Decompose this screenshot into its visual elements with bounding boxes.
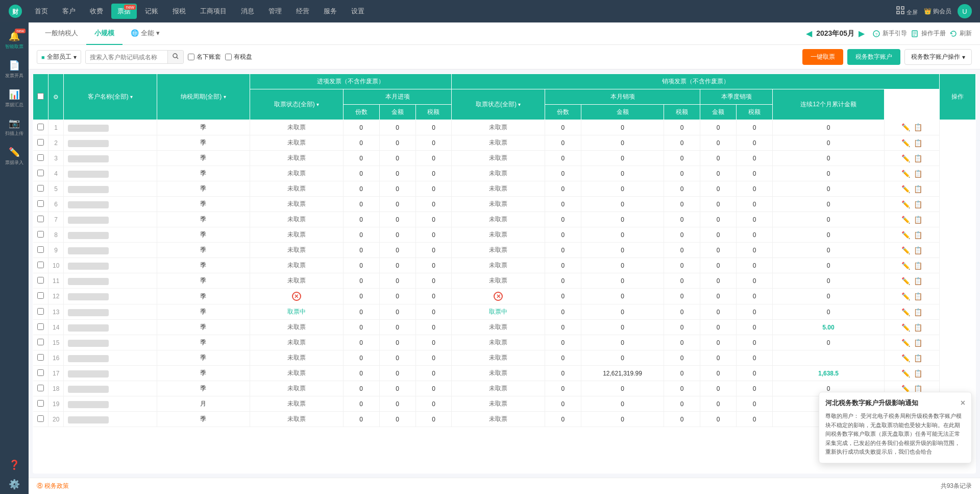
nav-operation[interactable]: 经营: [290, 4, 315, 19]
row-fetch-status-in[interactable]: 未取票: [250, 181, 343, 197]
row-fetch-status-out[interactable]: 未取票: [452, 151, 545, 166]
edit-icon[interactable]: ✏️: [901, 277, 910, 285]
has-tax-checkbox[interactable]: [225, 54, 232, 60]
row-customer-name[interactable]: blurred17: [64, 366, 157, 381]
row-fetch-status-out[interactable]: 未取票: [452, 120, 545, 135]
sidebar-item-help[interactable]: ❓: [1, 455, 28, 475]
edit-icon[interactable]: ✏️: [901, 154, 910, 162]
row-customer-name[interactable]: blurred2: [64, 135, 157, 151]
one-key-ticket-btn[interactable]: 一键取票: [802, 49, 843, 65]
sidebar-item-ticket-entry[interactable]: ✏️ 票据录入: [1, 143, 28, 170]
manual-btn[interactable]: 操作手册: [911, 29, 945, 38]
row-fetch-status-in[interactable]: 未取票: [250, 120, 343, 135]
sidebar-item-invoice-open[interactable]: 📄 发票开具: [1, 56, 28, 83]
nav-tax[interactable]: 报税: [166, 4, 192, 19]
copy-icon[interactable]: 📋: [914, 123, 922, 131]
copy-icon[interactable]: 📋: [914, 246, 922, 254]
row-fetch-status-out[interactable]: 未取票: [452, 212, 545, 227]
copy-icon[interactable]: 📋: [914, 139, 922, 147]
next-month-btn[interactable]: ▶: [859, 29, 865, 38]
nav-service[interactable]: 服务: [317, 4, 343, 19]
row-customer-name[interactable]: blurred14: [64, 320, 157, 335]
row-checkbox[interactable]: [33, 243, 48, 258]
edit-icon[interactable]: ✏️: [901, 246, 910, 254]
row-fetch-status-in[interactable]: 未取票: [250, 381, 343, 396]
row-customer-name[interactable]: blurred15: [64, 335, 157, 350]
row-fetch-status-out[interactable]: 取票中: [452, 304, 545, 320]
sidebar-item-scan-upload[interactable]: 📷 扫描上传: [1, 113, 28, 140]
row-customer-name[interactable]: blurred13: [64, 304, 157, 320]
search-input[interactable]: [86, 52, 167, 63]
edit-icon[interactable]: ✏️: [901, 323, 910, 332]
tax-digital-account-btn[interactable]: 税务数字账户: [847, 49, 900, 65]
row-checkbox[interactable]: [33, 197, 48, 212]
customer-filter-icon[interactable]: ▾: [130, 94, 133, 100]
edit-icon[interactable]: ✏️: [901, 369, 910, 378]
row-fetch-status-out[interactable]: 未取票: [452, 227, 545, 243]
nav-accounting[interactable]: 记账: [139, 4, 164, 19]
row-fetch-status-in[interactable]: 未取票: [250, 212, 343, 227]
row-fetch-status-out[interactable]: 未取票: [452, 258, 545, 273]
row-fetch-status-in[interactable]: 未取票: [250, 243, 343, 258]
fullscreen-btn[interactable]: 全屏: [896, 6, 917, 16]
copy-icon[interactable]: 📋: [914, 200, 922, 208]
row-checkbox[interactable]: [33, 350, 48, 366]
fetch-in-filter-icon[interactable]: ▾: [316, 102, 319, 107]
tab-small-scale[interactable]: 小规模: [86, 22, 122, 45]
row-customer-name[interactable]: blurred12: [64, 289, 157, 304]
edit-icon[interactable]: ✏️: [901, 292, 910, 300]
tax-digital-ops-btn[interactable]: 税务数字账户操作 ▾: [904, 49, 972, 65]
th-checkbox[interactable]: [33, 74, 48, 120]
has-tax-label[interactable]: 有税盘: [225, 53, 252, 61]
copy-icon[interactable]: 📋: [914, 292, 922, 300]
edit-icon[interactable]: ✏️: [901, 200, 910, 208]
row-checkbox[interactable]: [33, 381, 48, 396]
row-fetch-status-out[interactable]: 未取票: [452, 320, 545, 335]
tax-policy-link[interactable]: ⑧ 税务政策: [37, 482, 69, 490]
copy-icon[interactable]: 📋: [914, 354, 922, 362]
row-fetch-status-out[interactable]: 未取票: [452, 350, 545, 366]
row-customer-name[interactable]: blurred1: [64, 120, 157, 135]
tab-all[interactable]: 🌐 全能 ▾: [122, 22, 168, 45]
edit-icon[interactable]: ✏️: [901, 185, 910, 193]
copy-icon[interactable]: 📋: [914, 369, 922, 378]
nav-manage[interactable]: 管理: [262, 4, 288, 19]
row-checkbox[interactable]: [33, 135, 48, 151]
nav-home[interactable]: 首页: [29, 4, 54, 19]
row-fetch-status-in[interactable]: 未取票: [250, 197, 343, 212]
row-checkbox[interactable]: [33, 412, 48, 427]
edit-icon[interactable]: ✏️: [901, 123, 910, 131]
row-customer-name[interactable]: blurred4: [64, 166, 157, 181]
search-button[interactable]: [167, 51, 183, 63]
row-fetch-status-out[interactable]: 未取票: [452, 181, 545, 197]
row-fetch-status-in[interactable]: 取票中: [250, 304, 343, 320]
row-checkbox[interactable]: [33, 151, 48, 166]
row-checkbox[interactable]: [33, 166, 48, 181]
row-checkbox[interactable]: [33, 396, 48, 412]
row-checkbox[interactable]: [33, 227, 48, 243]
copy-icon[interactable]: 📋: [914, 170, 922, 178]
nav-settings[interactable]: 设置: [345, 4, 371, 19]
sidebar-item-smart-ticket[interactable]: 🔔 智能取票 new: [1, 27, 28, 54]
my-account-checkbox[interactable]: [188, 54, 194, 60]
edit-icon[interactable]: ✏️: [901, 216, 910, 224]
nav-client[interactable]: 客户: [56, 4, 82, 19]
refresh-btn[interactable]: 刷新: [950, 29, 972, 38]
new-guide-btn[interactable]: ? 新手引导: [873, 29, 907, 38]
copy-icon[interactable]: 📋: [914, 339, 922, 347]
row-fetch-status-out[interactable]: 未取票: [452, 412, 545, 427]
row-customer-name[interactable]: blurred3: [64, 151, 157, 166]
row-checkbox[interactable]: [33, 212, 48, 227]
row-fetch-status-in[interactable]: 未取票: [250, 412, 343, 427]
row-fetch-status-in[interactable]: 未取票: [250, 396, 343, 412]
row-checkbox[interactable]: [33, 181, 48, 197]
nav-fee[interactable]: 收费: [84, 4, 109, 19]
prev-month-btn[interactable]: ◀: [806, 29, 812, 38]
row-fetch-status-in[interactable]: 未取票: [250, 350, 343, 366]
row-fetch-status-out[interactable]: 未取票: [452, 135, 545, 151]
row-customer-name[interactable]: blurred8: [64, 227, 157, 243]
row-customer-name[interactable]: blurred20: [64, 412, 157, 427]
row-fetch-status-in[interactable]: 未取票: [250, 135, 343, 151]
copy-icon[interactable]: 📋: [914, 323, 922, 332]
edit-icon[interactable]: ✏️: [901, 231, 910, 239]
